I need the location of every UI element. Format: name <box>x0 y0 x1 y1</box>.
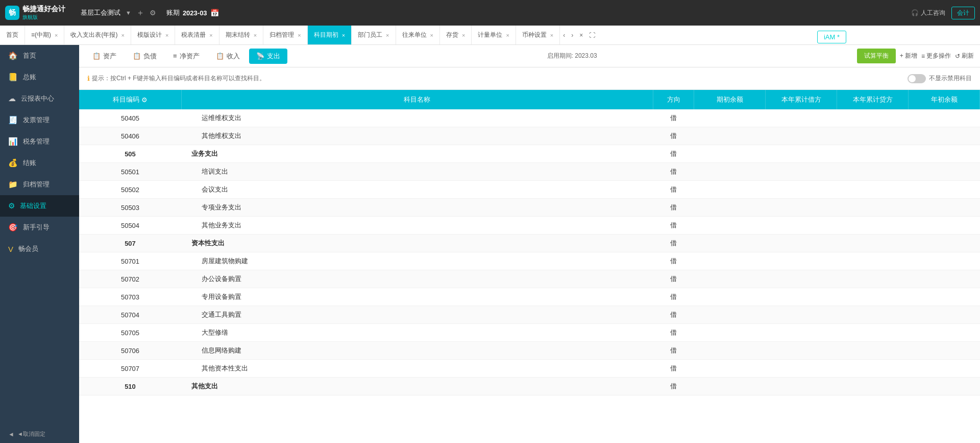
tab-dept[interactable]: 部门员工 × <box>352 26 396 45</box>
tab-period-close[interactable]: 期末结转 × <box>219 26 263 45</box>
tab-income-report[interactable]: 收入支出表(年报) × <box>64 26 131 45</box>
cell-year-credit <box>837 324 909 342</box>
sidebar-settle-label: 结账 <box>23 158 36 168</box>
table-row[interactable]: 50703 专用设备购置 借 <box>79 288 980 306</box>
tab-template-close[interactable]: × <box>165 32 168 38</box>
header-right: 🎧 人工咨询 会计 <box>911 7 975 19</box>
th-code-label: 科目编码 <box>113 95 139 104</box>
tab-template[interactable]: 模版设计 × <box>131 26 175 45</box>
table-row[interactable]: 50705 大型修缮 借 <box>79 324 980 342</box>
help-button[interactable]: 🎧 人工咨询 <box>911 9 945 17</box>
tab-midterm[interactable]: ≡(中期) × <box>25 26 64 45</box>
calendar-icon[interactable]: 📅 <box>210 9 219 17</box>
content-area: 📋 资产 📋 负债 ≡ 净资产 📋 收入 📡 支出 启用期间: 2023.03 <box>79 45 980 443</box>
sidebar-item-tax[interactable]: 📊 税务管理 <box>0 131 79 152</box>
more-label: 更多操作 <box>926 52 951 60</box>
sidebar-item-ledger[interactable]: 📒 总账 <box>0 66 79 88</box>
tab-inventory[interactable]: 存货 × <box>440 26 472 45</box>
table-row[interactable]: 50701 房屋建筑物购建 借 <box>79 252 980 270</box>
settings-icon[interactable]: ⚙ <box>150 9 156 17</box>
table-row[interactable]: 505 业务支出 借 <box>79 145 980 163</box>
tab-subject-init-close[interactable]: × <box>342 32 345 38</box>
sidebar-item-settle[interactable]: 💰 结账 <box>0 152 79 174</box>
tab-midterm-close[interactable]: × <box>55 32 58 38</box>
tab-archive[interactable]: 归档管理 × <box>263 26 307 45</box>
table-row[interactable]: 50504 其他业务支出 借 <box>79 217 980 235</box>
cell-year-debit <box>766 163 837 181</box>
cell-code: 50704 <box>79 306 181 324</box>
tab-unit[interactable]: 计量单位 × <box>472 26 516 45</box>
table-row[interactable]: 50702 办公设备购置 借 <box>79 270 980 288</box>
table-row[interactable]: 50707 其他资本性支出 借 <box>79 360 980 378</box>
add-button[interactable]: + 新增 <box>900 52 917 60</box>
more-button[interactable]: ≡ 更多操作 <box>921 52 951 60</box>
sub-tab-income[interactable]: 📋 收入 <box>209 49 247 64</box>
sidebar-item-member[interactable]: V 畅会员 <box>0 238 79 260</box>
sidebar-item-guide[interactable]: 🎯 新手引导 <box>0 217 79 238</box>
cell-year-debit <box>766 324 837 342</box>
sidebar-item-home[interactable]: 🏠 首页 <box>0 45 79 66</box>
th-code[interactable]: 科目编码 ⚙ <box>79 90 181 109</box>
cell-year-bal <box>909 378 980 395</box>
th-code-gear[interactable]: ⚙ <box>141 96 148 104</box>
cell-name: 其他支出 <box>181 378 653 395</box>
table-row[interactable]: 50501 培训支出 借 <box>79 163 980 181</box>
tab-close-all[interactable]: × <box>576 26 586 45</box>
add-tab-button[interactable]: ＋ <box>136 8 144 18</box>
data-table: 科目编码 ⚙ 科目名称 方向 期初余额 本年累计借方 本年累计贷方 年初余额 5… <box>79 90 980 395</box>
settle-icon: 💰 <box>8 158 18 168</box>
table-row[interactable]: 50406 其他维权支出 借 <box>79 127 980 145</box>
refresh-button[interactable]: ↺ 刷新 <box>955 52 974 60</box>
table-row[interactable]: 50405 运维维权支出 借 <box>79 109 980 127</box>
tab-archive-close[interactable]: × <box>298 32 301 38</box>
table-body: 50405 运维维权支出 借 50406 其他维权支出 借 505 业务支出 借… <box>79 109 980 395</box>
iam-button[interactable]: iAM * <box>817 31 846 43</box>
tab-contacts-close[interactable]: × <box>430 32 433 38</box>
balance-button[interactable]: 试算平衡 <box>857 49 896 63</box>
table-row[interactable]: 50503 专项业务支出 借 <box>79 199 980 217</box>
sidebar-item-cloud[interactable]: ☁ 云报表中心 <box>0 88 79 109</box>
table-row[interactable]: 50706 信息网络购建 借 <box>79 342 980 360</box>
tab-nav-next[interactable]: › <box>568 26 576 45</box>
tab-currency-close[interactable]: × <box>550 32 553 38</box>
tab-home[interactable]: 首页 <box>0 26 25 45</box>
cell-dir: 借 <box>653 217 694 235</box>
table-row[interactable]: 50502 会议支出 借 <box>79 181 980 199</box>
ledger-icon: 📒 <box>8 73 18 82</box>
switch-track[interactable] <box>908 74 926 83</box>
tab-income-report-close[interactable]: × <box>121 32 124 38</box>
tab-tax-close[interactable]: × <box>209 32 212 38</box>
tab-period-close-x[interactable]: × <box>254 32 257 38</box>
cell-year-debit <box>766 217 837 235</box>
cell-year-bal <box>909 252 980 270</box>
sub-tab-liability[interactable]: 📋 负债 <box>126 49 164 64</box>
tab-currency[interactable]: 币种设置 × <box>516 26 560 45</box>
tab-dept-close[interactable]: × <box>386 32 389 38</box>
sub-tab-expense[interactable]: 📡 支出 <box>249 49 287 64</box>
tab-contacts[interactable]: 往来单位 × <box>396 26 440 45</box>
period-display: 启用期间: 2023.03 <box>547 52 597 60</box>
toggle-disable-switch[interactable]: 不显示禁用科目 <box>908 74 972 83</box>
tab-nav-prev[interactable]: ‹ <box>560 26 568 45</box>
cloud-icon: ☁ <box>8 94 16 103</box>
sidebar-collapse-btn[interactable]: ◄ ◄取消固定 <box>0 425 79 443</box>
tab-inventory-close[interactable]: × <box>462 32 465 38</box>
sub-tab-net-asset[interactable]: ≡ 净资产 <box>166 49 207 64</box>
table-row[interactable]: 50704 交通工具购置 借 <box>79 306 980 324</box>
tab-tax[interactable]: 税表清册 × <box>175 26 219 45</box>
tab-unit-close[interactable]: × <box>506 32 509 38</box>
tab-expand[interactable]: ⛶ <box>586 26 598 45</box>
table-row[interactable]: 510 其他支出 借 <box>79 378 980 395</box>
table-row[interactable]: 507 资本性支出 借 <box>79 235 980 252</box>
account-button[interactable]: 会计 <box>951 7 975 19</box>
sidebar-item-invoice[interactable]: 🧾 发票管理 <box>0 109 79 131</box>
archive-icon: 📁 <box>8 180 18 189</box>
company-dropdown-icon[interactable]: ▼ <box>126 10 131 16</box>
sub-tab-asset[interactable]: 📋 资产 <box>85 49 124 64</box>
cell-name: 会议支出 <box>181 181 653 199</box>
sidebar-item-archive[interactable]: 📁 归档管理 <box>0 174 79 195</box>
sidebar-item-settings[interactable]: ⚙ 基础设置 <box>0 195 79 217</box>
tab-subject-init[interactable]: 科目期初 × <box>308 26 352 45</box>
table-container[interactable]: 科目编码 ⚙ 科目名称 方向 期初余额 本年累计借方 本年累计贷方 年初余额 5… <box>79 90 980 443</box>
tab-currency-label: 币种设置 <box>522 31 547 39</box>
